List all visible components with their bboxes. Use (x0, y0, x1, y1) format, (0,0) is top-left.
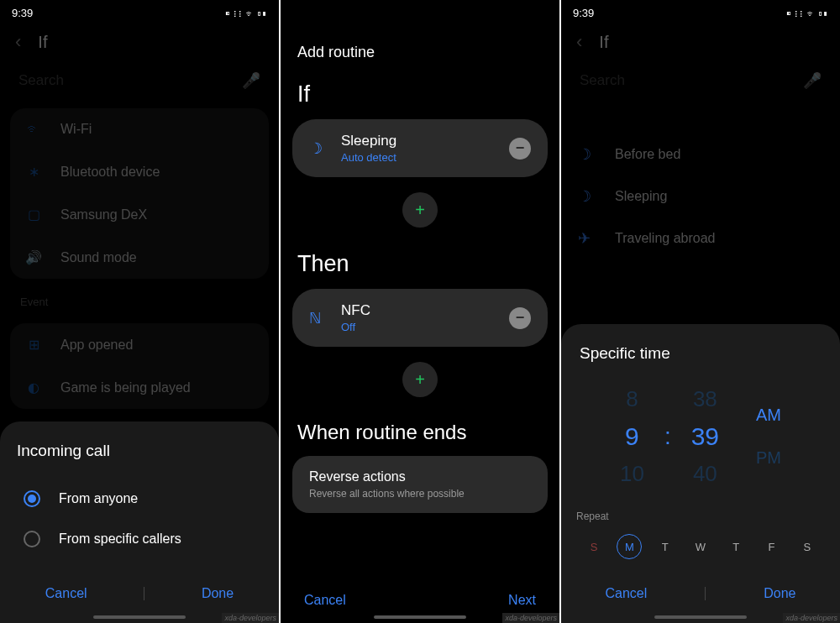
day-fri[interactable]: F (759, 534, 785, 559)
watermark: xda-developers (222, 613, 279, 623)
list-label: App opened (60, 338, 133, 353)
card-label: Sleeping (341, 133, 496, 149)
dex-icon: ▢ (25, 207, 42, 222)
days-row: S M T W T F S (576, 534, 825, 559)
hour-prev[interactable]: 8 (626, 386, 638, 412)
back-icon[interactable]: ‹ (576, 31, 582, 53)
am-option[interactable]: AM (756, 406, 781, 425)
reverse-title: Reverse actions (309, 469, 531, 484)
game-icon: ◐ (25, 380, 42, 395)
list-label: Before bed (615, 147, 680, 162)
remove-button[interactable]: − (509, 307, 531, 329)
list-label: Samsung DeX (60, 207, 147, 222)
repeat-label: Repeat (576, 510, 825, 522)
cancel-button[interactable]: Cancel (605, 586, 647, 601)
minute-next[interactable]: 40 (693, 461, 717, 487)
search-placeholder: Search (18, 72, 64, 89)
card-text: NFC Off (341, 302, 496, 333)
sheet-title: Incoming call (17, 442, 262, 460)
hour-picker[interactable]: 8 9 10 (620, 386, 644, 487)
list-label: Sound mode (60, 250, 137, 265)
cancel-button[interactable]: Cancel (304, 593, 346, 608)
radio-icon[interactable] (24, 490, 40, 507)
minute-picker[interactable]: 38 39 40 (691, 386, 719, 487)
cancel-button[interactable]: Cancel (45, 586, 87, 601)
ends-section-title: When routine ends (292, 412, 548, 456)
remove-button[interactable]: − (509, 138, 531, 160)
incoming-call-sheet: Incoming call From anyone From specific … (0, 421, 279, 623)
status-time: 9:39 (573, 7, 594, 19)
if-condition-card[interactable]: ☽ Sleeping Auto detect − (292, 119, 548, 177)
list-item-sound[interactable]: 🔊Sound mode (10, 236, 269, 279)
back-icon[interactable]: ‹ (15, 31, 21, 53)
card-sub: Auto detect (341, 151, 496, 164)
hour-next[interactable]: 10 (620, 461, 644, 487)
status-time: 9:39 (12, 7, 33, 19)
background-dimmed: ‹ If Search 🎤 ☽Before bed ☽Sleeping ✈Tra… (561, 23, 840, 259)
day-wed[interactable]: W (688, 534, 713, 559)
done-button[interactable]: Done (202, 586, 234, 601)
add-then-button[interactable]: + (402, 362, 438, 397)
radio-label: From specific callers (59, 531, 181, 547)
status-bar: 9:39 ◧ ⋮⋮ ᯤ ▯▮ (0, 0, 279, 23)
mic-icon[interactable]: 🎤 (242, 71, 260, 90)
bluetooth-icon: ∗ (25, 164, 42, 180)
radio-from-anyone[interactable]: From anyone (17, 479, 262, 519)
moon-icon: ☽ (309, 139, 328, 158)
list-item-app-opened[interactable]: ⊞App opened (10, 323, 269, 366)
home-indicator[interactable] (654, 615, 747, 619)
sound-icon: 🔊 (25, 249, 42, 265)
minute-selected[interactable]: 39 (691, 422, 719, 451)
button-divider (144, 587, 144, 600)
list-label: Wi-Fi (60, 122, 92, 137)
time-picker[interactable]: 8 9 10 : 38 39 40 AM PM (576, 386, 825, 487)
done-button[interactable]: Done (764, 586, 795, 601)
day-sat[interactable]: S (795, 534, 820, 559)
hour-selected[interactable]: 9 (625, 422, 639, 451)
list-item-traveling[interactable]: ✈Traveling abroad (561, 217, 840, 259)
list-item-dex[interactable]: ▢Samsung DeX (10, 193, 269, 236)
page-title: If (38, 33, 47, 52)
watermark: xda-developers (783, 613, 840, 623)
screen-if-conditions: 9:39 ◧ ⋮⋮ ᯤ ▯▮ ‹ If Search 🎤 ᯤWi-Fi ∗Blu… (0, 0, 279, 623)
day-mon[interactable]: M (617, 534, 642, 559)
time-colon: : (664, 423, 671, 450)
ampm-picker[interactable]: AM PM (756, 406, 781, 468)
list-item-sleeping[interactable]: ☽Sleeping (561, 175, 840, 217)
header: ‹ If (561, 23, 840, 61)
screen-add-routine: Add routine If ☽ Sleeping Auto detect − … (281, 0, 559, 623)
bottom-buttons: Cancel Next (281, 593, 559, 608)
day-thu[interactable]: T (723, 534, 748, 559)
list-item-before-bed[interactable]: ☽Before bed (561, 134, 840, 175)
condition-list: ᯤWi-Fi ∗Bluetooth device ▢Samsung DeX 🔊S… (10, 108, 269, 279)
search-placeholder: Search (580, 72, 625, 89)
status-icons: ◧ ⋮⋮ ᯤ ▯▮ (786, 8, 828, 18)
wifi-icon: ᯤ (25, 122, 42, 137)
minute-prev[interactable]: 38 (693, 386, 717, 412)
next-button[interactable]: Next (508, 593, 536, 608)
search-row[interactable]: Search 🎤 (561, 61, 840, 100)
radio-icon[interactable] (24, 531, 40, 547)
screen-specific-time: 9:39 ◧ ⋮⋮ ᯤ ▯▮ ‹ If Search 🎤 ☽Before bed… (561, 0, 840, 623)
event-section-label: Event (0, 279, 279, 315)
page-title: If (599, 33, 608, 52)
home-indicator[interactable] (374, 615, 466, 619)
list-item-bluetooth[interactable]: ∗Bluetooth device (10, 150, 269, 193)
card-label: NFC (341, 302, 496, 319)
specific-time-sheet: Specific time 8 9 10 : 38 39 40 AM PM Re… (561, 324, 840, 623)
reverse-actions-card[interactable]: Reverse actions Reverse all actions wher… (292, 456, 548, 513)
mic-icon[interactable]: 🎤 (803, 71, 822, 90)
sheet-title: Specific time (576, 344, 825, 363)
list-item-game[interactable]: ◐Game is being played (10, 366, 269, 409)
if-section-title: If (292, 73, 548, 119)
radio-label: From anyone (59, 491, 138, 506)
home-indicator[interactable] (93, 615, 186, 619)
day-tue[interactable]: T (653, 534, 678, 559)
then-action-card[interactable]: ℕ NFC Off − (292, 289, 548, 347)
search-row[interactable]: Search 🎤 (0, 61, 279, 100)
list-item-wifi[interactable]: ᯤWi-Fi (10, 108, 269, 150)
pm-option[interactable]: PM (756, 448, 781, 468)
add-if-button[interactable]: + (402, 192, 438, 228)
day-sun[interactable]: S (581, 534, 606, 559)
radio-specific-callers[interactable]: From specific callers (17, 519, 262, 559)
